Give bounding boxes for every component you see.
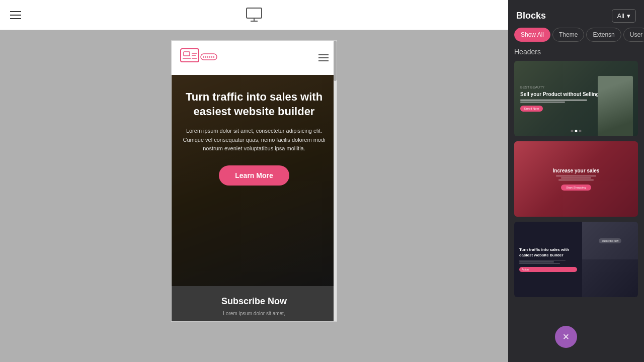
filter-tab-extensn[interactable]: Extensn xyxy=(586,28,621,42)
filter-tab-theme[interactable]: Theme xyxy=(552,28,584,42)
filter-tab-user[interactable]: User xyxy=(623,28,644,42)
p3-title: Turn traffic into sales with easiest web… xyxy=(519,247,577,258)
learn-more-button[interactable]: Learn More xyxy=(219,165,289,186)
canvas-area: Turn traffic into sales with easiest web… xyxy=(0,30,508,362)
subscribe-desc: Lorem ipsum dolor sit amet, xyxy=(182,311,327,316)
subscribe-title: Subscribe Now xyxy=(182,296,327,307)
scrollbar[interactable] xyxy=(334,41,337,321)
main-canvas-area: Turn traffic into sales with easiest web… xyxy=(0,0,508,362)
all-dropdown-button[interactable]: All ▾ xyxy=(612,9,636,23)
headers-section-title: Headers xyxy=(514,48,638,56)
monitor-icon xyxy=(245,6,263,24)
sidebar-header: Blocks All ▾ xyxy=(508,0,644,28)
frame-hero-section: Turn traffic into sales with easiest web… xyxy=(172,75,337,286)
mobile-menu-lines[interactable] xyxy=(318,54,329,61)
header-block-2[interactable]: Increase your sales Start Shopping xyxy=(514,141,638,217)
svg-rect-0 xyxy=(247,8,262,18)
hamburger-menu[interactable] xyxy=(10,11,21,19)
close-fab-button[interactable]: × xyxy=(555,326,577,348)
p3-subscribe-pill: Subscribe Now xyxy=(599,238,622,243)
header-block-1[interactable]: BEST BEAUTY Sell your Product without Se… xyxy=(514,61,638,136)
svg-rect-9 xyxy=(201,54,217,60)
p2-title: Increase your sales xyxy=(553,168,600,173)
filter-tabs-container: Show All Theme Extensn User xyxy=(508,28,644,48)
sidebar-content: Headers BEST BEAUTY Sell your Product wi… xyxy=(508,48,644,332)
scrollbar-thumb xyxy=(334,41,337,81)
sidebar-title: Blocks xyxy=(516,11,546,21)
dropdown-chevron-icon: ▾ xyxy=(627,12,630,20)
all-dropdown-label: All xyxy=(617,12,624,20)
toolbar xyxy=(0,0,508,30)
p1-btn: Enroll Now xyxy=(520,106,543,112)
close-icon: × xyxy=(563,330,570,343)
filter-tab-show-all[interactable]: Show All xyxy=(514,28,550,42)
hero-description: Lorem ipsum dolor sit amet, consectetur … xyxy=(182,127,327,153)
hero-title: Turn traffic into sales with easiest web… xyxy=(182,90,327,119)
p2-btn: Start Shopping xyxy=(561,185,591,191)
p1-label: BEST BEAUTY xyxy=(520,85,544,89)
frame-subscribe-section: Subscribe Now Lorem ipsum dolor sit amet… xyxy=(172,286,337,321)
p3-btn: Action xyxy=(519,267,577,272)
frame-header xyxy=(172,41,337,75)
sidebar: Blocks All ▾ Show All Theme Extensn User… xyxy=(508,0,644,362)
mobile-preview-frame: Turn traffic into sales with easiest web… xyxy=(171,40,337,322)
svg-rect-4 xyxy=(184,52,190,56)
logo-icon xyxy=(180,47,220,69)
header-block-3[interactable]: Turn traffic into sales with easiest web… xyxy=(514,222,638,297)
